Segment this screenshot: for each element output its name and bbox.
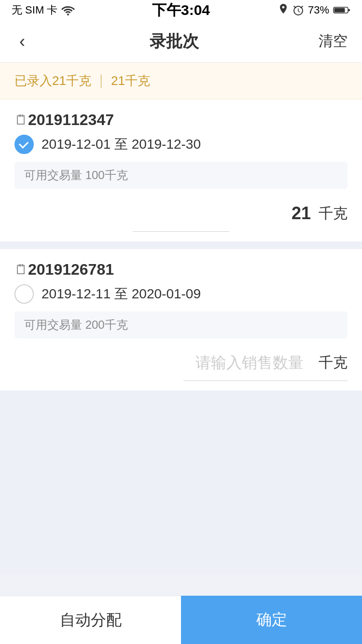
qty-unit-1: 千克: [319, 204, 348, 224]
qty-input[interactable]: [176, 354, 311, 372]
status-right: 73%: [278, 4, 350, 16]
batch-card-1: 🗒 2019112347 2019-12-01 至 2019-12-30 可用交…: [0, 99, 362, 241]
info-value: 21千克: [111, 72, 150, 89]
radio-checked-1[interactable]: [14, 135, 34, 154]
qty-row-1: 21 千克: [14, 198, 348, 231]
alarm-icon: [292, 4, 304, 16]
qty-value-1: 21: [292, 203, 311, 224]
svg-rect-3: [334, 8, 345, 13]
location-icon: [278, 4, 289, 16]
battery-icon: [333, 6, 350, 14]
info-divider: [101, 74, 101, 88]
auto-distribute-button[interactable]: 自动分配: [0, 596, 181, 644]
batch-id-2: 2019126781: [28, 261, 114, 279]
qty-unit-2: 千克: [319, 353, 348, 373]
info-banner: 已录入21千克 21千克: [0, 63, 362, 99]
available-qty-1: 可用交易量 100千克: [14, 162, 348, 189]
no-sim-label: 无 SIM 卡: [12, 3, 57, 17]
batch-card-2: 🗒 2019126781 2019-12-11 至 2020-01-09 可用交…: [0, 249, 362, 391]
empty-area: [0, 391, 362, 574]
back-button[interactable]: ‹: [14, 27, 30, 56]
svg-rect-2: [348, 9, 350, 11]
batch-id-1: 2019112347: [28, 111, 114, 129]
status-bar: 无 SIM 卡 下午3:04 73%: [0, 0, 362, 20]
doc-icon-2: 🗒: [14, 262, 28, 278]
batch-header-1: 🗒 2019112347: [14, 111, 348, 129]
page-title: 录批次: [150, 30, 199, 53]
batch-header-2: 🗒 2019126781: [14, 261, 348, 279]
radio-unchecked-2[interactable]: [14, 284, 34, 304]
section-sep: [0, 241, 362, 249]
divider-1: [133, 231, 229, 232]
battery-label: 73%: [308, 4, 329, 16]
bottom-bar: 自动分配 确定: [0, 596, 362, 644]
batch-date-1: 2019-12-01 至 2019-12-30: [42, 135, 201, 154]
recorded-label: 已录入21千克: [14, 72, 91, 89]
batch-date-row-2[interactable]: 2019-12-11 至 2020-01-09: [14, 284, 348, 304]
doc-icon-1: 🗒: [14, 112, 28, 128]
clear-button[interactable]: 清空: [319, 31, 348, 51]
confirm-button[interactable]: 确定: [181, 596, 362, 644]
qty-input-row[interactable]: 千克: [14, 348, 348, 380]
status-left: 无 SIM 卡: [12, 3, 75, 17]
input-underline: [183, 380, 348, 381]
batch-date-row-1[interactable]: 2019-12-01 至 2019-12-30: [14, 135, 348, 154]
status-time: 下午3:04: [152, 0, 210, 20]
wifi-icon: [61, 5, 75, 15]
nav-bar: ‹ 录批次 清空: [0, 20, 362, 63]
batch-date-2: 2019-12-11 至 2020-01-09: [42, 285, 201, 303]
available-qty-2: 可用交易量 200千克: [14, 311, 348, 338]
